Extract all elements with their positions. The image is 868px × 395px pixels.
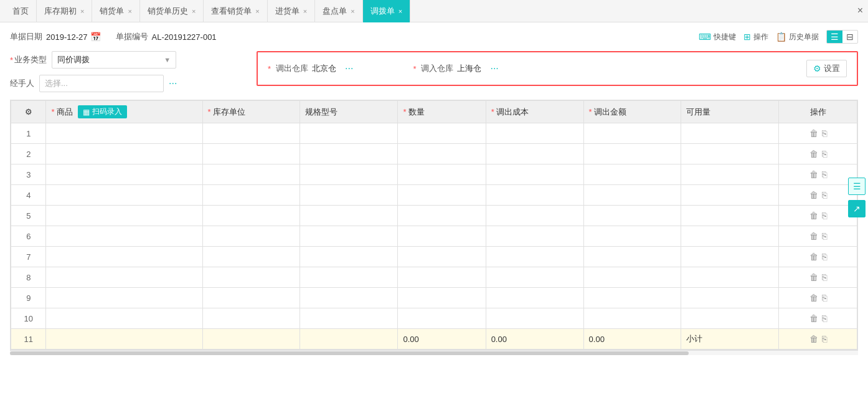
row-2-qty[interactable] — [398, 144, 486, 164]
row-9-spec[interactable] — [300, 288, 398, 308]
row-6-qty[interactable] — [398, 226, 486, 247]
row-10-spec[interactable] — [300, 308, 398, 329]
row-11-product[interactable] — [46, 329, 202, 350]
row-9-amount[interactable] — [583, 288, 681, 308]
row-5-delete-icon[interactable]: 🗑 — [809, 211, 818, 221]
tab-sales[interactable]: 销货单 × — [92, 0, 139, 22]
row-9-delete-icon[interactable]: 🗑 — [809, 293, 818, 303]
row-10-qty[interactable] — [398, 308, 486, 329]
row-7-product[interactable] — [46, 247, 202, 267]
tab-inventory-init[interactable]: 库存期初 × — [37, 0, 92, 22]
row-5-amount[interactable] — [583, 206, 681, 226]
row-4-delete-icon[interactable]: 🗑 — [809, 190, 818, 200]
tab-purchase[interactable]: 进货单 × — [268, 0, 315, 22]
tab-close-transfer[interactable]: × — [399, 7, 402, 15]
row-7-amount[interactable] — [583, 247, 681, 267]
row-8-unit[interactable] — [202, 267, 300, 288]
row-7-qty[interactable] — [398, 247, 486, 267]
row-4-product[interactable] — [46, 185, 202, 206]
history-button[interactable]: 📋 历史单据 — [776, 32, 819, 42]
row-10-product[interactable] — [46, 308, 202, 329]
row-5-qty[interactable] — [398, 206, 486, 226]
row-5-cost[interactable] — [486, 206, 583, 226]
row-8-delete-icon[interactable]: 🗑 — [809, 272, 818, 282]
row-3-spec[interactable] — [300, 164, 398, 185]
row-3-product[interactable] — [46, 164, 202, 185]
row-10-amount[interactable] — [583, 308, 681, 329]
row-11-amount[interactable]: 0.00 — [583, 329, 681, 350]
row-4-unit[interactable] — [202, 185, 300, 206]
row-8-spec[interactable] — [300, 267, 398, 288]
row-2-delete-icon[interactable]: 🗑 — [809, 149, 818, 159]
row-2-amount[interactable] — [583, 144, 681, 164]
col-settings[interactable]: ⚙ — [11, 101, 46, 123]
handler-select[interactable]: 选择... — [39, 75, 164, 92]
row-2-cost[interactable] — [486, 144, 583, 164]
scroll-thumb[interactable] — [10, 351, 689, 355]
row-7-spec[interactable] — [300, 247, 398, 267]
row-7-unit[interactable] — [202, 247, 300, 267]
row-9-cost[interactable] — [486, 288, 583, 308]
tab-home[interactable]: 首页 — [5, 0, 37, 22]
row-4-cost[interactable] — [486, 185, 583, 206]
handler-more-button[interactable]: ··· — [169, 78, 177, 89]
row-8-amount[interactable] — [583, 267, 681, 288]
row-1-qty[interactable] — [398, 123, 486, 144]
row-11-unit[interactable] — [202, 329, 300, 350]
row-3-copy-icon[interactable]: ⎘ — [822, 169, 827, 179]
row-8-copy-icon[interactable]: ⎘ — [822, 272, 827, 282]
row-7-copy-icon[interactable]: ⎘ — [822, 252, 827, 262]
tab-sales-history[interactable]: 销货单历史 × — [140, 0, 204, 22]
calendar-icon[interactable]: 📅 — [90, 32, 101, 42]
row-3-delete-icon[interactable]: 🗑 — [809, 169, 818, 179]
row-4-amount[interactable] — [583, 185, 681, 206]
row-11-spec[interactable] — [300, 329, 398, 350]
row-1-cost[interactable] — [486, 123, 583, 144]
row-2-product[interactable] — [46, 144, 202, 164]
row-7-delete-icon[interactable]: 🗑 — [809, 252, 818, 262]
row-10-unit[interactable] — [202, 308, 300, 329]
row-6-amount[interactable] — [583, 226, 681, 247]
row-11-cost[interactable]: 0.00 — [486, 329, 583, 350]
row-5-spec[interactable] — [300, 206, 398, 226]
row-9-copy-icon[interactable]: ⎘ — [822, 293, 827, 303]
row-3-amount[interactable] — [583, 164, 681, 185]
row-7-cost[interactable] — [486, 247, 583, 267]
horizontal-scrollbar[interactable] — [10, 350, 858, 355]
tab-close-sales-history[interactable]: × — [192, 7, 196, 15]
warehouse-out-more-button[interactable]: ··· — [345, 63, 353, 74]
row-11-delete-icon[interactable]: 🗑 — [809, 334, 818, 344]
actions-button[interactable]: ⊞ 操作 — [743, 32, 768, 42]
view-grid-icon[interactable]: ⊟ — [842, 31, 857, 43]
window-close-button[interactable]: × — [857, 5, 863, 16]
row-8-cost[interactable] — [486, 267, 583, 288]
row-5-product[interactable] — [46, 206, 202, 226]
row-1-unit[interactable] — [202, 123, 300, 144]
tab-transfer[interactable]: 调拨单 × — [363, 0, 410, 22]
row-3-qty[interactable] — [398, 164, 486, 185]
row-3-unit[interactable] — [202, 164, 300, 185]
row-1-copy-icon[interactable]: ⎘ — [822, 128, 827, 138]
row-8-qty[interactable] — [398, 267, 486, 288]
row-2-unit[interactable] — [202, 144, 300, 164]
warehouse-in-more-button[interactable]: ··· — [490, 63, 498, 74]
row-1-product[interactable] — [46, 123, 202, 144]
row-6-cost[interactable] — [486, 226, 583, 247]
row-11-qty[interactable]: 0.00 — [398, 329, 486, 350]
row-10-cost[interactable] — [486, 308, 583, 329]
row-10-copy-icon[interactable]: ⎘ — [822, 313, 827, 323]
row-1-delete-icon[interactable]: 🗑 — [809, 128, 818, 138]
tab-stocktake[interactable]: 盘点单 × — [315, 0, 362, 22]
shortcuts-button[interactable]: ⌨ 快捷键 — [699, 32, 736, 42]
side-list-icon[interactable]: ☰ — [848, 178, 866, 195]
barcode-scan-button[interactable]: ▦ 扫码录入 — [78, 105, 127, 118]
row-10-delete-icon[interactable]: 🗑 — [809, 313, 818, 323]
row-1-spec[interactable] — [300, 123, 398, 144]
tab-view-sales[interactable]: 查看销货单 × — [204, 0, 267, 22]
business-type-select[interactable]: 同价调拨 ▼ — [52, 51, 176, 69]
row-5-unit[interactable] — [202, 206, 300, 226]
row-6-product[interactable] — [46, 226, 202, 247]
row-4-spec[interactable] — [300, 185, 398, 206]
settings-button[interactable]: ⚙ 设置 — [806, 60, 847, 77]
view-list-icon[interactable]: ☰ — [827, 31, 842, 43]
